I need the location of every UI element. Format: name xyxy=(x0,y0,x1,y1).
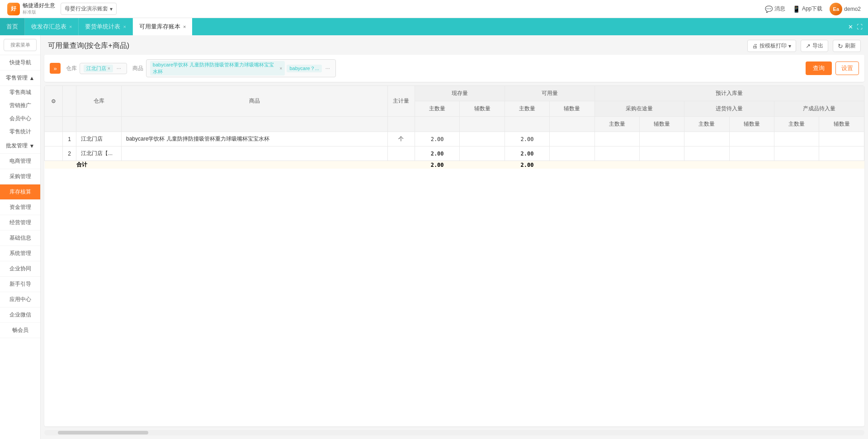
sidebar-item-wholesale-mgmt[interactable]: 批发管理 ▼ xyxy=(0,138,40,154)
warehouse-tag-value: 江北门店 xyxy=(86,65,106,72)
col-ph9 xyxy=(550,117,594,132)
col-purchase-main-header: 主数量 xyxy=(594,117,639,132)
top-bar-right: 消息 App下载 Ea demo2 xyxy=(765,3,861,15)
tab-receipts-label: 收发存汇总表 xyxy=(31,23,66,31)
page-actions: 按模板打印 导出 刷新 xyxy=(747,40,861,52)
sidebar: 搜索菜单 快捷导航 零售管理 ▲ 零售商城 营销推广 会员中心 零售统计 批发管… xyxy=(0,35,41,439)
nav-tabs: 首页 收发存汇总表 要货单统计表 可用量库存账本 ✕ ⛶ xyxy=(0,18,868,35)
chevron-down-icon xyxy=(110,6,113,12)
sidebar-item-retail-mall[interactable]: 零售商城 xyxy=(0,86,40,99)
row2-num: 2 xyxy=(63,146,76,161)
col-ph1 xyxy=(45,117,63,132)
total-avail-aux xyxy=(550,161,594,169)
sidebar-item-ecommerce[interactable]: 电商管理 xyxy=(0,154,40,169)
tab-receipts[interactable]: 收发存汇总表 xyxy=(25,18,79,35)
sidebar-item-sys-mgmt[interactable]: 系统管理 xyxy=(0,246,40,261)
sidebar-item-enterprise[interactable]: 企业协同 xyxy=(0,261,40,277)
warehouse-more-icon[interactable]: ··· xyxy=(115,65,123,71)
refresh-button[interactable]: 刷新 xyxy=(833,40,861,52)
total-current-aux xyxy=(460,161,505,169)
row2-unit xyxy=(387,146,415,161)
print-button[interactable]: 按模板打印 xyxy=(747,40,796,52)
sidebar-item-enterprise-wx[interactable]: 企业微信 xyxy=(0,307,40,323)
total-purchase-main xyxy=(594,161,639,169)
row2-warehouse: 江北门店【... xyxy=(76,146,122,161)
query-button[interactable]: 查询 xyxy=(806,61,832,75)
horizontal-scrollbar[interactable] xyxy=(44,430,864,435)
sidebar-item-member-center[interactable]: 会员中心 xyxy=(0,112,40,125)
product-input[interactable]: babycare学饮杯 儿童防摔防撞吸管杯重力球吸嘴杯宝宝水杯 babycare… xyxy=(146,59,336,77)
warehouse-tag-remove-icon[interactable] xyxy=(108,66,110,71)
username: demo2 xyxy=(844,6,861,12)
sidebar-item-new-guide[interactable]: 新手引导 xyxy=(0,277,40,292)
export-button[interactable]: 导出 xyxy=(801,40,828,52)
col-current-main-header: 主数量 xyxy=(415,101,459,117)
col-available-header: 可用量 xyxy=(505,86,594,101)
sidebar-search-area: 搜索菜单 xyxy=(0,35,40,55)
tab-available-stock[interactable]: 可用量库存账本 xyxy=(133,18,192,35)
total-purchase-aux xyxy=(639,161,684,169)
tab-receipts-close-icon[interactable] xyxy=(69,24,72,29)
scrollbar-thumb[interactable] xyxy=(58,431,148,434)
sidebar-item-basic-info[interactable]: 基础信息 xyxy=(0,231,40,246)
top-bar-left: 好 畅捷通好生意 标准版 母婴行业演示账套 xyxy=(7,2,117,16)
message-button[interactable]: 消息 xyxy=(765,5,785,13)
table-body: 1 江北门店 babycare学饮杯 儿童防摔防撞吸管杯重力球吸嘴杯宝宝水杯 个… xyxy=(45,132,864,161)
sidebar-item-finance[interactable]: 资金管理 xyxy=(0,200,40,215)
user-menu[interactable]: Ea demo2 xyxy=(830,3,861,15)
sidebar-item-app-center[interactable]: 应用中心 xyxy=(0,292,40,307)
col-product-main-header: 主数量 xyxy=(774,117,819,132)
product-more-icon[interactable]: ··· xyxy=(324,65,332,71)
print-icon xyxy=(752,43,758,49)
sidebar-item-marketing[interactable]: 营销推广 xyxy=(0,99,40,112)
tab-available-stock-close-icon[interactable] xyxy=(183,24,186,29)
page-header: 可用量查询(按仓库+商品) 按模板打印 导出 刷新 xyxy=(41,35,868,55)
tab-order-stats[interactable]: 要货单统计表 xyxy=(79,18,132,35)
row2-avail-aux xyxy=(550,146,594,161)
app-download-button[interactable]: App下载 xyxy=(793,5,822,13)
industry-selector[interactable]: 母婴行业演示账套 xyxy=(61,3,117,15)
close-all-icon[interactable]: ✕ xyxy=(848,24,853,30)
sidebar-item-retail-mgmt[interactable]: 零售管理 ▲ xyxy=(0,71,40,86)
logo-text-area: 畅捷通好生意 标准版 xyxy=(23,2,55,16)
warehouse-input[interactable]: 江北门店 ··· xyxy=(80,63,127,74)
sidebar-item-purchase[interactable]: 采购管理 xyxy=(0,169,40,184)
retail-mgmt-label: 零售管理 xyxy=(6,74,28,82)
total-product-main xyxy=(774,161,819,169)
row1-product-main xyxy=(774,132,819,146)
search-menu-button[interactable]: 搜索菜单 xyxy=(4,39,37,51)
message-icon xyxy=(765,5,773,13)
sidebar-item-member[interactable]: 畅会员 xyxy=(0,323,40,338)
total-goods-aux xyxy=(729,161,774,169)
settings-button[interactable]: 设置 xyxy=(835,61,859,75)
tab-order-stats-close-icon[interactable] xyxy=(123,24,126,29)
row1-avail-main: 2.00 xyxy=(505,132,549,146)
row2-product-main xyxy=(774,146,819,161)
col-purchase-transit-header: 采购在途量 xyxy=(594,101,684,117)
wholesale-mgmt-arrow: ▼ xyxy=(29,143,35,149)
filter-expand-button[interactable] xyxy=(50,63,61,74)
row2-settings xyxy=(45,146,63,161)
col-purchase-aux-header: 辅数量 xyxy=(639,117,684,132)
refresh-label: 刷新 xyxy=(845,42,856,50)
sidebar-item-quick-nav[interactable]: 快捷导航 xyxy=(0,55,40,71)
sidebar-item-retail-stats[interactable]: 零售统计 xyxy=(0,125,40,138)
table-row: 2 江北门店【... 2.00 2.00 xyxy=(45,146,864,161)
sidebar-item-ops[interactable]: 经营管理 xyxy=(0,215,40,231)
total-product xyxy=(122,161,388,169)
tab-home[interactable]: 首页 xyxy=(0,18,25,35)
logo-text: 畅捷通好生意 xyxy=(23,2,55,9)
sidebar-item-inventory[interactable]: 库存核算 xyxy=(0,184,40,200)
total-avail-main: 2.00 xyxy=(505,161,549,169)
row1-goods-aux xyxy=(729,132,774,146)
table-footer-row: 合计 2.00 2.00 xyxy=(45,161,864,169)
row2-product xyxy=(122,146,388,161)
row1-unit: 个 xyxy=(387,132,415,146)
data-table: 仓库 商品 主计量 现存量 可用量 预计入库量 主数量 辅数量 主数量 辅数量 … xyxy=(44,85,864,169)
settings-icon[interactable] xyxy=(51,98,56,104)
wholesale-mgmt-label: 批发管理 xyxy=(6,142,28,150)
total-unit xyxy=(387,161,415,169)
product-tag-1-remove-icon[interactable] xyxy=(280,66,283,71)
expand-icon[interactable]: ⛶ xyxy=(857,24,863,30)
col-planned-inbound-header: 预计入库量 xyxy=(594,86,864,101)
